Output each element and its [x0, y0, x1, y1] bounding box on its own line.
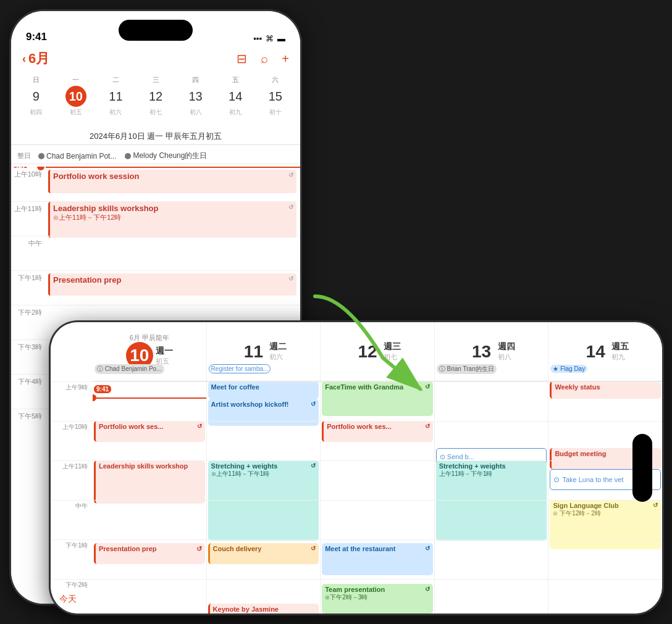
- week-day-thu[interactable]: 四 13 初八: [175, 75, 216, 117]
- ev-sub-team: ⊙下午2時－3時: [325, 593, 430, 602]
- ev-weekly-fri[interactable]: Weekly status: [550, 381, 661, 399]
- today-button-2[interactable]: 今天: [59, 594, 77, 605]
- ev-keynote-tue[interactable]: Keynote by Jasmine: [208, 604, 319, 614]
- ev-team-wed[interactable]: Team presentation ↺ ⊙下午2時－3時: [322, 584, 433, 614]
- time-lbl-1pm: 下午1時: [51, 539, 93, 579]
- ev-title-coffee: Meet for coffee: [211, 383, 259, 391]
- allday-register[interactable]: Register for samba...: [209, 364, 271, 373]
- event-leadership-1[interactable]: Leadership skills workshop ⊙上午11時－下午12時 …: [48, 202, 296, 238]
- time-lbl-9am: 上午9時: [51, 381, 93, 421]
- week-day-mon[interactable]: 一 10 初五: [56, 75, 96, 117]
- view-toggle-icon[interactable]: ⊟: [237, 51, 247, 66]
- event-portfolio-1[interactable]: Portfolio work session ↺: [48, 170, 296, 193]
- grid-line-wed-2: [321, 460, 434, 461]
- ev-sync-portfolio-wed: ↺: [425, 423, 430, 430]
- allday-dot-2: [125, 153, 131, 159]
- add-event-icon[interactable]: +: [282, 52, 289, 66]
- ev-sync-presentation-mon: ↺: [196, 545, 202, 553]
- tl-1pm: 下午1時: [65, 541, 88, 550]
- ev-dot-luna: ⊙: [553, 475, 560, 484]
- time-lbl-noon: 中午: [51, 500, 93, 539]
- week-day-wed[interactable]: 三 12 初七: [136, 75, 176, 117]
- event-col-tue: Meet for coffee Artist workshop kickoff!…: [206, 381, 321, 614]
- ev-sync-portfolio-mon: ↺: [197, 423, 202, 430]
- search-icon-1[interactable]: ⌕: [261, 52, 268, 66]
- grid-line-tue-5: [207, 579, 321, 580]
- grid-line-wed-5: [321, 579, 434, 580]
- time-lbl-10am: 上午10時: [51, 421, 93, 460]
- now-dot-2: [93, 394, 96, 401]
- grid-line-thu-2: [435, 460, 548, 461]
- ev-title-budget: Budget meeting: [555, 450, 606, 457]
- ev-title-couch: Couch delivery: [213, 545, 262, 552]
- week-day-fri[interactable]: 五 14 初九: [216, 75, 256, 117]
- ev-title-restaurant: Meet at the restaurant: [325, 545, 395, 552]
- ev-stretching-tue[interactable]: Stretching + weights ↺ ⊙上午11時－下午1時: [208, 460, 319, 541]
- week-day-tue[interactable]: 二 11 初六: [96, 75, 136, 117]
- grid-line-tue-4: [207, 539, 321, 540]
- allday-event-melody[interactable]: Melody Cheung的生日: [125, 151, 207, 161]
- grid-line-thu-3: [435, 500, 548, 501]
- nav-icons-1: ⊟ ⌕ +: [237, 51, 289, 66]
- event-col-mon: 9:41 Portfolio work ses... ↺ Leadership …: [93, 381, 206, 614]
- time-content-1pm: Presentation prep ↺: [46, 271, 300, 305]
- allday-col-mon: ⓘ Chad Benjamin Po...: [93, 357, 206, 381]
- ev-portfolio-wed[interactable]: Portfolio work ses... ↺: [322, 421, 433, 442]
- week-strip-1: 日 9 初四 一 10 初五 二 11 初六 三 12 初七 四 13: [11, 75, 300, 117]
- calendar-header-1: ‹ 6月 ⊟ ⌕ +: [11, 47, 300, 72]
- signal-icon: ▪▪▪: [253, 34, 262, 43]
- status-icons-1: ▪▪▪ ⌘ ▬: [253, 34, 285, 43]
- ev-title-luna: Take Luna to the vet: [562, 476, 623, 483]
- ev-sync-team: ↺: [425, 586, 430, 593]
- grid-line-fri-4: [548, 539, 662, 540]
- tl-noon: 中午: [75, 502, 88, 510]
- events-area-2: 9:41 Portfolio work ses... ↺ Leadership …: [93, 381, 662, 614]
- ev-couch-tue[interactable]: Couch delivery ↺: [208, 543, 319, 564]
- event-title-presentation-1: Presentation prep: [53, 275, 122, 285]
- time-label-3pm: 下午3時: [11, 340, 46, 374]
- event-presentation-1[interactable]: Presentation prep ↺: [48, 273, 296, 296]
- now-time-1: 9:41: [14, 167, 27, 169]
- time-content-11am: Leadership skills workshop ⊙上午11時－下午12時 …: [46, 202, 300, 236]
- allday-event-chad[interactable]: Chad Benjamin Pot...: [38, 152, 116, 160]
- ev-sync-signlang: ↺: [653, 502, 658, 509]
- tl-2pm: 下午2時: [65, 581, 88, 589]
- ev-signlang-fri[interactable]: Sign Language Club ↺ ⊙ 下午12時－2時: [550, 500, 661, 549]
- ev-portfolio-mon[interactable]: Portfolio work ses... ↺: [94, 421, 205, 442]
- ev-restaurant-wed[interactable]: Meet at the restaurant ↺: [322, 543, 433, 575]
- month-title-1[interactable]: ‹ 6月: [22, 49, 49, 68]
- grid-line-5: [93, 579, 206, 580]
- tl-11am: 上午11時: [62, 462, 88, 471]
- now-line-2: [93, 397, 206, 399]
- grid-line-2: [93, 460, 206, 461]
- time-row-10am: 上午10時 Portfolio work session ↺: [11, 167, 300, 201]
- green-arrow: [296, 284, 457, 407]
- grid-line-tue-1: [207, 421, 321, 422]
- grid-line-thu-1: [435, 421, 548, 422]
- grid-line-4: [93, 539, 206, 540]
- sync-icon-portfolio-1: ↺: [288, 172, 293, 178]
- ev-title-send: ⊙ Send b...: [440, 453, 474, 461]
- ev-stretching-thu[interactable]: Stretching + weights 上午11時－下午1時: [436, 460, 547, 541]
- tl-10am: 上午10時: [62, 423, 88, 431]
- sync-icon-leadership-1: ↺: [288, 204, 293, 210]
- ev-title-stretching-tue: Stretching + weights: [211, 462, 278, 470]
- week-day-sat[interactable]: 六 15 初十: [255, 75, 295, 117]
- allday-chad[interactable]: ⓘ Chad Benjamin Po...: [94, 364, 164, 374]
- allday-dot-1: [38, 153, 44, 159]
- month-label-1: 6月: [28, 49, 49, 68]
- battery-icon: ▬: [277, 34, 285, 43]
- allday-flagday[interactable]: ★ Flag Day: [550, 365, 587, 373]
- ev-presentation-mon[interactable]: Presentation prep ↺: [94, 543, 205, 564]
- time-row-noon: 中午: [11, 236, 300, 270]
- grid-line-wed-4: [321, 539, 434, 540]
- back-icon-1[interactable]: ‹: [22, 52, 26, 65]
- ev-sub-stretching-tue: ⊙上午11時－下午1時: [211, 470, 316, 478]
- date-title-1: 2024年6月10日 週一 甲辰年五月初五: [11, 127, 300, 145]
- ev-leadership-mon[interactable]: Leadership skills workshop: [94, 460, 205, 504]
- time-label-4pm: 下午4時: [11, 375, 46, 409]
- week-day-sun[interactable]: 日 9 初四: [16, 75, 56, 117]
- dynamic-island-2: [632, 434, 652, 502]
- col-dayname-thu: 週四: [498, 341, 515, 352]
- col-dayname-fri: 週五: [611, 341, 629, 352]
